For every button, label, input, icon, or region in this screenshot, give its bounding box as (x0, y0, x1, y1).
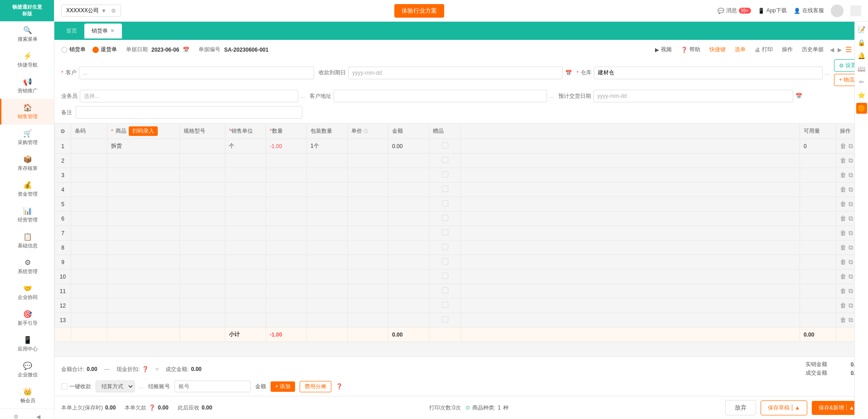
sales-order-radio[interactable]: 销货单 (61, 46, 86, 53)
save-new-dropdown-icon[interactable]: ▲ (846, 405, 854, 411)
delete-icon[interactable]: 🗑 (840, 186, 846, 193)
delete-icon[interactable]: 🗑 (840, 215, 846, 222)
question-icon[interactable]: ❓ (142, 366, 149, 372)
delete-icon[interactable]: 🗑 (840, 171, 846, 179)
table-scroll-container[interactable]: ⚙ 条码 * 商品 扫码录入 规格型号 (54, 123, 868, 356)
sidebar-item-inventory[interactable]: 📦 库存核算 (0, 150, 54, 176)
sidebar-item-appcenter[interactable]: 📱 应用中心 (0, 331, 54, 357)
rp-bell-icon[interactable]: 🔔 (856, 50, 867, 61)
copy-icon[interactable]: ⧉ (849, 273, 853, 280)
tab-home[interactable]: 首页 (59, 24, 84, 39)
sidebar-item-finance[interactable]: 💰 资金管理 (0, 176, 54, 202)
cell-qty[interactable]: -1.00 (266, 139, 307, 154)
collection-calendar-icon[interactable]: 📅 (565, 70, 572, 76)
question-owed-icon[interactable]: ❓ (149, 405, 155, 411)
expected-date-input[interactable]: yyyy-mm-dd (593, 90, 793, 102)
add-payment-button[interactable]: + 添加 (271, 381, 295, 392)
copy-icon[interactable]: ⧉ (849, 244, 853, 251)
shortcut-btn[interactable]: 快捷键 (707, 44, 728, 55)
delete-icon[interactable]: 🗑 (840, 258, 846, 266)
copy-icon[interactable]: ⧉ (849, 316, 853, 324)
account-input[interactable] (175, 380, 251, 392)
notes-input[interactable] (76, 106, 302, 119)
save-draft-dropdown-icon[interactable]: ▲ (792, 405, 800, 411)
sidebar-collapse-icon[interactable]: ◀ (36, 414, 40, 419)
save-draft-button[interactable]: 保存草稿 ▲ (761, 400, 807, 415)
cell-pack-qty[interactable]: 1个 (307, 139, 348, 154)
copy-icon[interactable]: ⧉ (849, 302, 853, 309)
calendar-icon[interactable]: 📅 (183, 47, 189, 53)
sidebar-item-marketing[interactable]: 📢 营销推广 (0, 73, 54, 99)
delete-icon[interactable]: 🗑 (840, 200, 846, 208)
nav-prev-icon[interactable]: ◀ (830, 47, 834, 53)
copy-icon[interactable]: ⧉ (849, 200, 853, 208)
cell-goods[interactable]: 拆货 (107, 139, 180, 154)
save-new-button[interactable]: 保存&新增 ▲ (812, 401, 861, 415)
delete-icon[interactable]: 🗑 (840, 142, 846, 150)
video-btn[interactable]: ▶ 视频 (652, 44, 674, 55)
sidebar-item-basic[interactable]: 📋 基础信息 (0, 228, 54, 254)
sidebar-item-operation[interactable]: 📊 经营管理 (0, 202, 54, 228)
copy-icon[interactable]: ⧉ (849, 258, 853, 266)
settlement-method-select[interactable]: 结算方式 (96, 380, 135, 392)
history-btn[interactable]: 历史单据 (799, 44, 826, 55)
customer-address-input[interactable] (334, 90, 547, 102)
sidebar-item-sales[interactable]: 🏠 销售管理 (0, 99, 54, 125)
company-settings-icon[interactable]: ⚙ (111, 8, 116, 14)
sidebar-item-wechat[interactable]: 💬 企业微信 (0, 357, 54, 383)
message-action[interactable]: 💬 消息 99+ (718, 7, 751, 14)
return-order-radio[interactable]: 退货单 (92, 46, 117, 53)
avatar[interactable] (831, 5, 844, 17)
goods-type[interactable]: ⊙ 商品种类: 1 种 (466, 404, 509, 412)
select-order-btn[interactable]: 选单 (732, 44, 748, 55)
sidebar-item-search[interactable]: 🔍 搜索菜单 (0, 21, 54, 47)
delete-icon[interactable]: 🗑 (840, 273, 846, 280)
expected-calendar-icon[interactable]: 📅 (795, 93, 802, 99)
sidebar-item-purchase[interactable]: 🛒 采购管理 (0, 125, 54, 150)
experience-button[interactable]: 体验行业方案 (394, 4, 444, 18)
sidebar-item-member[interactable]: 👑 畅会员 (0, 383, 54, 409)
avatar2[interactable] (850, 5, 861, 16)
delete-icon[interactable]: 🗑 (840, 316, 846, 324)
ops-btn[interactable]: 操作 (779, 44, 795, 55)
one-click-payment-checkbox[interactable]: 一键收款 (61, 383, 91, 390)
delete-icon[interactable]: 🗑 (840, 244, 846, 251)
th-gear[interactable]: ⚙ (55, 124, 71, 139)
gift-checkbox[interactable] (442, 142, 448, 149)
copy-icon[interactable]: ⧉ (849, 142, 853, 150)
rp-star-icon[interactable]: ⭐ (856, 90, 867, 101)
delete-icon[interactable]: 🗑 (840, 157, 846, 164)
nav-next-icon[interactable]: ▶ (838, 47, 842, 53)
expense-split-button[interactable]: 费用分摊 (300, 381, 331, 392)
scan-button[interactable]: 扫码录入 (129, 126, 158, 136)
cell-barcode[interactable] (71, 139, 107, 154)
rp-orange-icon[interactable]: 🟠 (856, 103, 867, 114)
delete-icon[interactable]: 🗑 (840, 287, 846, 295)
delete-icon[interactable]: 🗑 (840, 229, 846, 237)
sidebar-item-newguide[interactable]: 🎯 新手引导 (0, 305, 54, 331)
tab-close-icon[interactable]: ✕ (110, 28, 115, 34)
help-btn[interactable]: ❓ 帮助 (678, 44, 703, 55)
cell-price[interactable] (348, 139, 388, 154)
copy-icon[interactable]: ⧉ (849, 229, 853, 237)
copy-icon[interactable]: ⧉ (849, 287, 853, 295)
copy-icon[interactable]: ⧉ (849, 215, 853, 222)
sidebar-item-enterprise[interactable]: 🤝 企业协同 (0, 279, 54, 305)
copy-icon[interactable]: ⧉ (849, 171, 853, 179)
rp-note-icon[interactable]: 📝 (856, 24, 867, 35)
copy-icon[interactable]: ⧉ (849, 157, 853, 164)
salesperson-input[interactable]: 选择... (80, 90, 298, 102)
sidebar-item-shortcut[interactable]: ⚡ 快捷导航 (0, 47, 54, 73)
sidebar-settings-icon[interactable]: ⚙ (14, 414, 19, 419)
rp-lock-icon[interactable]: 🔒 (856, 37, 867, 48)
app-download-action[interactable]: 📱 App下载 (758, 7, 787, 14)
rp-book-icon[interactable]: 📖 (856, 63, 867, 74)
cell-amount[interactable]: 0.00 (388, 139, 429, 154)
discard-button[interactable]: 放弃 (725, 400, 756, 415)
online-service-action[interactable]: 👤 在线客服 (794, 7, 824, 14)
warehouse-input[interactable]: 建材仓 (594, 67, 823, 79)
copy-icon[interactable]: ⧉ (849, 186, 853, 193)
list-view-icon[interactable]: ☰ (845, 45, 852, 54)
customer-input[interactable]: ... (79, 67, 315, 79)
delete-icon[interactable]: 🗑 (840, 302, 846, 309)
